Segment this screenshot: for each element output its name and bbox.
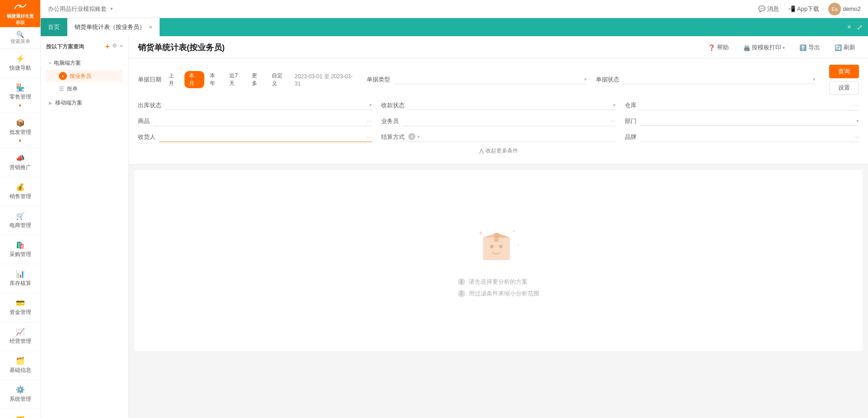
- filter-goods: 商品 ···: [138, 116, 372, 126]
- tree-child-by-order[interactable]: ☰ 按单: [46, 83, 123, 95]
- date-tab-more[interactable]: 更多: [248, 71, 266, 88]
- sidebar-item-basic[interactable]: 🗂️ 基础信息: [0, 351, 41, 380]
- sidebar-item-system[interactable]: ⚙️ 系统管理: [0, 380, 41, 409]
- doc-status-label: 单据状态: [596, 76, 619, 84]
- purchase-icon: 🛍️: [16, 241, 25, 249]
- tree-parent-mobile[interactable]: ▶ 移动端方案: [46, 97, 123, 109]
- recipient-more[interactable]: ···: [367, 133, 373, 140]
- tree-parent-label-mobile: 移动端方案: [55, 99, 82, 107]
- payment-method-arrow: ▾: [417, 134, 420, 140]
- out-status-control[interactable]: ▾: [165, 101, 372, 110]
- goods-control[interactable]: ···: [153, 116, 372, 126]
- tab-home[interactable]: 首页: [41, 18, 67, 36]
- doc-status-control[interactable]: ▾: [623, 75, 816, 84]
- app-download-btn[interactable]: 📲 App下载: [788, 5, 819, 13]
- app-logo: 畅捷通好生意 标版: [0, 0, 41, 27]
- message-btn[interactable]: 💬 消息: [758, 5, 779, 13]
- step2-text: 用过滤条件来缩小分析范围: [469, 288, 539, 299]
- sidebar-item-inventory[interactable]: 📊 库存核算: [0, 264, 41, 293]
- panel-settings-btn[interactable]: ⚙: [112, 43, 117, 51]
- sidebar-item-operations[interactable]: 📈 经营管理: [0, 322, 41, 351]
- home-tab-label: 首页: [48, 23, 60, 31]
- recipient-control[interactable]: ···: [159, 132, 372, 142]
- warehouse-more[interactable]: ···: [854, 101, 859, 109]
- print-dropdown-arrow[interactable]: ▾: [783, 45, 785, 50]
- collapse-btn[interactable]: ⋀ 收起更多条件: [474, 146, 524, 156]
- user-profile[interactable]: Ea demo2: [828, 3, 861, 15]
- sidebar-item-quicknav[interactable]: ⚡ 快捷导航: [0, 49, 41, 78]
- doc-status-arrow: ▾: [813, 76, 816, 82]
- warehouse-control[interactable]: ···: [640, 100, 859, 110]
- sidebar-item-ecommerce[interactable]: 🛒 电商管理: [0, 206, 41, 235]
- svg-point-0: [19, 5, 21, 7]
- help-btn[interactable]: ❓ 帮助: [704, 42, 732, 53]
- search-menu-label: 搜索菜单: [0, 38, 41, 45]
- inventory-label: 库存核算: [9, 280, 31, 287]
- left-panel: 按以下方案查询 + ⚙ « ▾ 电脑端方案 ● 按业务员: [41, 36, 129, 418]
- sidebar-item-wholesale[interactable]: 📦 批发管理 ▲: [0, 113, 41, 148]
- refresh-btn[interactable]: 🔄 刷新: [831, 42, 859, 53]
- filter-row-3: 商品 ··· 业务员 ··· 部门: [138, 116, 859, 126]
- brand-control[interactable]: ···: [640, 132, 859, 142]
- tab-close-window-icon[interactable]: ×: [847, 23, 851, 31]
- app-download-label: App下载: [797, 5, 819, 13]
- panel-add-btn[interactable]: +: [105, 43, 109, 51]
- filter-salesperson: 业务员 ···: [381, 116, 615, 126]
- operations-label: 经营管理: [9, 337, 31, 345]
- date-tab-this-year[interactable]: 本年: [206, 71, 224, 88]
- quicknav-icon: ⚡: [16, 54, 25, 63]
- department-label: 部门: [625, 117, 637, 125]
- panel-header-title: 按以下方案查询: [46, 43, 84, 51]
- inventory-icon: 📊: [16, 270, 25, 278]
- quicknav-label: 快捷导航: [9, 64, 31, 72]
- tree-child-salesperson[interactable]: ● 按业务员: [46, 70, 123, 82]
- date-tab-this-month[interactable]: 本月: [184, 71, 204, 88]
- salesperson-more[interactable]: ···: [610, 117, 616, 124]
- sidebar-item-purchase[interactable]: 🛍️ 采购管理: [0, 235, 41, 264]
- sidebar-item-marketing[interactable]: 📣 营销推广: [0, 148, 41, 177]
- salesperson-scheme-label: 按业务员: [70, 72, 91, 80]
- operations-icon: 📈: [16, 328, 25, 336]
- brand-label: 品牌: [625, 133, 637, 141]
- sidebar-item-sales[interactable]: 💰 销售管理: [0, 177, 41, 206]
- empty-step-1: 1 请先选择要分析的方案: [458, 276, 539, 288]
- print-btn[interactable]: 🖨️ 按模板打印 ▾: [740, 42, 788, 53]
- sidebar-item-finance[interactable]: 💳 资金管理: [0, 293, 41, 322]
- tab-bar-actions: × ⤢: [842, 18, 868, 36]
- date-tab-custom[interactable]: 自定义: [268, 71, 291, 88]
- payment-status-control[interactable]: ▾: [408, 101, 615, 110]
- industry-dropdown-arrow[interactable]: ▾: [110, 6, 113, 12]
- basic-label: 基础信息: [9, 366, 31, 374]
- tab-salesperson-report[interactable]: 销货单统计表（按业务员） ×: [67, 18, 160, 36]
- department-control[interactable]: ▾: [640, 117, 859, 126]
- date-tab-7days[interactable]: 近7天: [226, 71, 246, 88]
- avatar: Ea: [828, 3, 841, 15]
- filter-area: 单据日期 上月 本月 本年 近7天 更多 自定义 2023-03-01 至 20…: [129, 58, 868, 165]
- panel-collapse-btn[interactable]: «: [120, 43, 123, 51]
- tab-close-btn[interactable]: ×: [149, 24, 152, 31]
- query-button[interactable]: 查询: [829, 65, 859, 78]
- date-range-text: 2023-03-01 至 2023-03-31: [295, 73, 358, 87]
- doc-type-control[interactable]: ▾: [394, 75, 586, 84]
- date-label: 单据日期: [138, 76, 161, 84]
- export-btn[interactable]: ⬆️ 导出: [796, 42, 824, 53]
- sidebar-item-retail[interactable]: 🏪 零售管理 ▲: [0, 78, 41, 113]
- payment-status-arrow: ▾: [613, 102, 616, 108]
- goods-label: 商品: [138, 117, 150, 125]
- tab-maximize-icon[interactable]: ⤢: [857, 23, 863, 32]
- sidebar-item-enterprise[interactable]: 🤝 企业协同: [0, 409, 41, 418]
- payment-method-control[interactable]: × ▾: [408, 132, 615, 142]
- tree-expand-arrow: ▾: [49, 61, 51, 66]
- recipient-label: 收货人: [138, 133, 156, 141]
- logo-sub-text: 标版: [16, 19, 25, 26]
- date-tab-last-month[interactable]: 上月: [165, 71, 183, 88]
- wholesale-icon: 📦: [16, 119, 25, 127]
- goods-more[interactable]: ···: [367, 117, 373, 124]
- sidebar-search[interactable]: 🔍 搜索菜单: [0, 27, 41, 49]
- payment-method-clear-btn[interactable]: ×: [408, 133, 415, 140]
- salesperson-control[interactable]: ···: [402, 116, 615, 126]
- tree-parent-desktop[interactable]: ▾ 电脑端方案: [46, 57, 123, 69]
- settings-button[interactable]: 设置: [829, 81, 859, 95]
- export-icon: ⬆️: [799, 44, 807, 51]
- brand-more[interactable]: ···: [854, 133, 859, 140]
